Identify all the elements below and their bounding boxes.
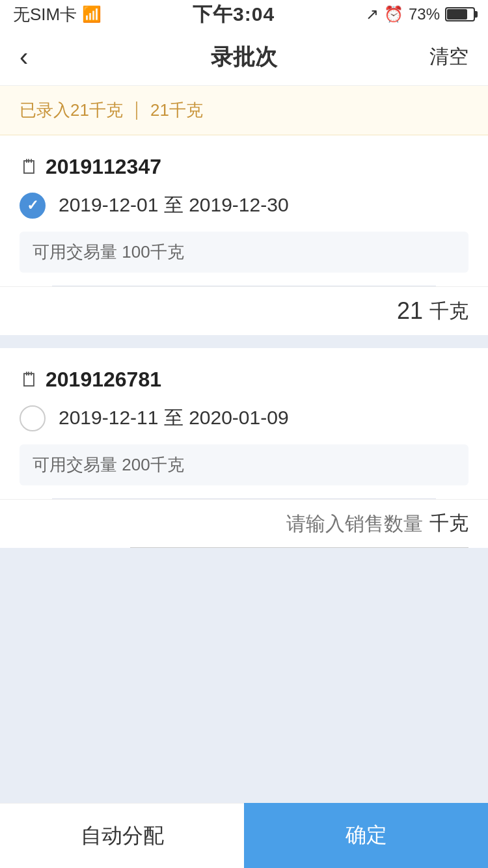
page-title: 录批次 [211, 42, 277, 72]
clear-button[interactable]: 清空 [429, 44, 468, 70]
batch-card-1: 🗒 2019112347 2019-12-01 至 2019-12-30 可用交… [0, 135, 488, 335]
batch-1-amount-unit: 千克 [429, 298, 468, 325]
auto-distribute-button[interactable]: 自动分配 [0, 803, 244, 868]
card-separator [0, 335, 488, 348]
batch-1-date-row[interactable]: 2019-12-01 至 2019-12-30 [0, 185, 488, 225]
back-button[interactable]: ‹ [20, 42, 59, 72]
batch-2-unit: 千克 [429, 510, 468, 537]
batch-2-avail: 可用交易量 200千克 [20, 444, 468, 485]
status-bar: 无SIM卡 📶 下午3:04 ↗ ⏰ 73% [0, 0, 488, 29]
info-bar: 已录入21千克 21千克 [0, 86, 488, 135]
battery-percent: 73% [409, 5, 440, 23]
wifi-icon: 📶 [82, 5, 102, 23]
batch-1-header: 🗒 2019112347 [0, 135, 488, 185]
status-right: ↗ ⏰ 73% [366, 5, 475, 23]
info-divider [136, 102, 137, 120]
carrier-label: 无SIM卡 [13, 3, 77, 26]
batch-2-date: 2019-12-11 至 2020-01-09 [59, 405, 289, 431]
batch-2-header: 🗒 2019126781 [0, 348, 488, 398]
batch-2-radio[interactable] [20, 405, 46, 431]
batch-1-avail: 可用交易量 100千克 [20, 232, 468, 273]
batch-1-amount-row: 21 千克 [0, 286, 488, 335]
batch-2-input-row[interactable]: 千克 [0, 499, 488, 547]
bottom-bar: 自动分配 确定 [0, 803, 488, 868]
batch-1-radio[interactable] [20, 193, 46, 219]
empty-area [0, 548, 488, 824]
location-icon: ↗ [366, 5, 379, 23]
batch-1-amount-value: 21 [397, 297, 423, 325]
time-label: 下午3:04 [193, 1, 275, 28]
batch-card-2: 🗒 2019126781 2019-12-11 至 2020-01-09 可用交… [0, 348, 488, 548]
amount-info: 21千克 [150, 99, 203, 122]
batch-2-quantity-input[interactable] [20, 513, 423, 535]
batch-1-icon: 🗒 [20, 156, 39, 178]
batch-1-id: 2019112347 [46, 155, 161, 179]
alarm-icon: ⏰ [384, 5, 403, 23]
batch-1-date: 2019-12-01 至 2019-12-30 [59, 192, 289, 219]
recorded-info: 已录入21千克 [20, 99, 123, 122]
batch-2-icon: 🗒 [20, 369, 39, 391]
confirm-button[interactable]: 确定 [244, 803, 488, 868]
status-left: 无SIM卡 📶 [13, 3, 102, 26]
battery-icon [445, 7, 475, 21]
nav-bar: ‹ 录批次 清空 [0, 29, 488, 86]
batch-2-id: 2019126781 [46, 368, 161, 392]
batch-2-date-row[interactable]: 2019-12-11 至 2020-01-09 [0, 398, 488, 438]
